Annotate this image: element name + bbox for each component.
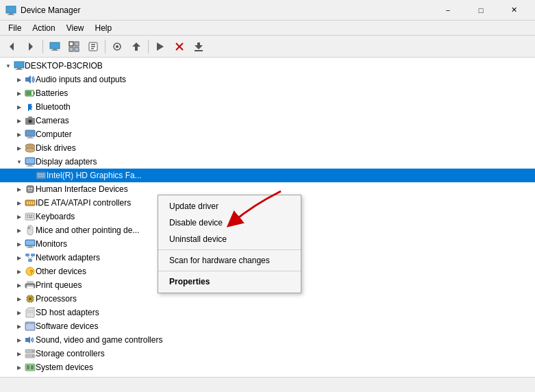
expand-icon[interactable] [14, 362, 25, 373]
back-button[interactable] [3, 38, 21, 56]
expand-icon[interactable] [14, 238, 25, 249]
list-item[interactable]: Cameras [0, 114, 535, 127]
list-item[interactable]: Batteries [0, 86, 535, 100]
hid-icon [25, 184, 36, 195]
sd-icon [25, 307, 36, 318]
scan-btn[interactable] [108, 38, 126, 56]
list-item[interactable]: SD host adapters [0, 306, 535, 319]
list-item[interactable]: Sound, video and game controllers [0, 333, 535, 347]
svg-rect-10 [69, 47, 73, 51]
list-item[interactable]: Disk drives [0, 141, 535, 155]
svg-rect-101 [31, 323, 32, 324]
svg-rect-36 [28, 136, 32, 138]
expand-icon[interactable] [14, 348, 25, 359]
main-content: DESKTOP-B3CRIOB Audio inputs and outputs [0, 58, 535, 377]
uninstall-btn[interactable] [171, 38, 188, 56]
close-button[interactable]: ✕ [498, 0, 530, 21]
svg-rect-65 [29, 217, 32, 218]
list-item[interactable]: Bluetooth [0, 100, 535, 114]
svg-rect-83 [27, 286, 34, 289]
expand-icon[interactable] [14, 74, 25, 85]
disable-device-menu-item[interactable]: Disable device [158, 215, 301, 231]
list-item[interactable]: Storage controllers [0, 347, 535, 360]
svg-text:?: ? [29, 269, 34, 275]
show-hidden-btn[interactable] [65, 38, 83, 56]
menu-view[interactable]: View [61, 22, 90, 34]
sound-icon [25, 334, 36, 345]
item-label: Processors [36, 294, 77, 304]
expand-icon[interactable] [14, 252, 25, 263]
expand-icon[interactable] [14, 156, 25, 167]
list-item[interactable]: Intel(R) HD Graphics Fa... [0, 169, 535, 182]
expand-icon[interactable] [14, 225, 25, 236]
other-icon: ? [25, 266, 36, 277]
properties-btn[interactable] [84, 38, 102, 56]
svg-rect-24 [14, 62, 24, 68]
list-item[interactable]: Processors [0, 292, 535, 306]
list-item[interactable]: Audio inputs and outputs [0, 73, 535, 86]
expand-icon[interactable] [14, 101, 25, 112]
list-item[interactable]: Universal Serial Bus controllers [0, 374, 535, 377]
item-label: Display adapters [36, 157, 97, 167]
computer-icon-btn[interactable] [46, 38, 64, 56]
svg-rect-99 [27, 323, 28, 324]
svg-rect-90 [29, 295, 29, 296]
expand-icon[interactable] [14, 88, 25, 99]
expand-icon[interactable] [14, 293, 25, 304]
svg-rect-73 [25, 254, 29, 256]
list-item[interactable]: System devices [0, 360, 535, 374]
list-item[interactable]: Human Interface Devices [0, 182, 535, 196]
svg-rect-35 [25, 130, 35, 136]
expand-icon[interactable] [14, 197, 25, 208]
expand-icon[interactable] [14, 307, 25, 318]
enable-btn[interactable] [151, 38, 169, 56]
properties-menu-item[interactable]: Properties [158, 273, 301, 290]
update-driver-menu-item[interactable]: Update driver [158, 198, 301, 215]
expand-icon[interactable] [14, 321, 25, 332]
tree-root[interactable]: DESKTOP-B3CRIOB [0, 59, 535, 73]
svg-marker-102 [25, 336, 30, 343]
expand-icon[interactable] [14, 129, 25, 140]
minimize-button[interactable]: − [432, 0, 464, 21]
svg-point-33 [29, 121, 32, 123]
toolbar [0, 36, 535, 58]
display-icon [25, 156, 36, 167]
svg-rect-46 [38, 173, 40, 175]
expand-icon[interactable] [14, 280, 25, 291]
list-item[interactable]: Software devices [0, 319, 535, 333]
svg-rect-0 [6, 6, 16, 13]
device-tree[interactable]: DESKTOP-B3CRIOB Audio inputs and outputs [0, 58, 535, 377]
maximize-button[interactable]: □ [465, 0, 497, 21]
svg-marker-22 [195, 42, 203, 49]
expand-icon[interactable] [14, 211, 25, 222]
scan-hardware-menu-item[interactable]: Scan for hardware changes [158, 252, 301, 269]
list-item[interactable]: Display adapters [0, 155, 535, 169]
expand-icon[interactable] [14, 334, 25, 345]
item-label: Computer [36, 130, 72, 139]
expand-icon[interactable] [14, 266, 25, 277]
svg-point-105 [32, 351, 34, 352]
svg-rect-72 [27, 247, 34, 248]
svg-rect-71 [28, 246, 32, 247]
item-label: Monitors [36, 239, 67, 249]
item-label: Universal Serial Bus controllers [36, 376, 150, 377]
window-title: Device Manager [21, 5, 432, 15]
list-item[interactable]: Computer [0, 127, 535, 141]
menu-file[interactable]: File [3, 22, 27, 34]
svg-rect-94 [27, 310, 29, 313]
svg-rect-66 [33, 217, 34, 218]
expand-icon[interactable] [14, 143, 25, 154]
expand-icon[interactable] [14, 115, 25, 126]
svg-rect-62 [31, 215, 32, 216]
expand-icon[interactable] [14, 376, 25, 377]
menu-action[interactable]: Action [27, 22, 60, 34]
uninstall-device-menu-item[interactable]: Uninstall device [158, 231, 301, 247]
expand-icon[interactable] [14, 184, 25, 195]
svg-rect-108 [27, 365, 29, 369]
root-expand-icon[interactable] [3, 60, 14, 71]
svg-rect-95 [29, 310, 31, 313]
forward-button[interactable] [22, 38, 40, 56]
update-btn[interactable] [127, 38, 145, 56]
menu-help[interactable]: Help [90, 22, 118, 34]
download-btn[interactable] [190, 38, 208, 56]
